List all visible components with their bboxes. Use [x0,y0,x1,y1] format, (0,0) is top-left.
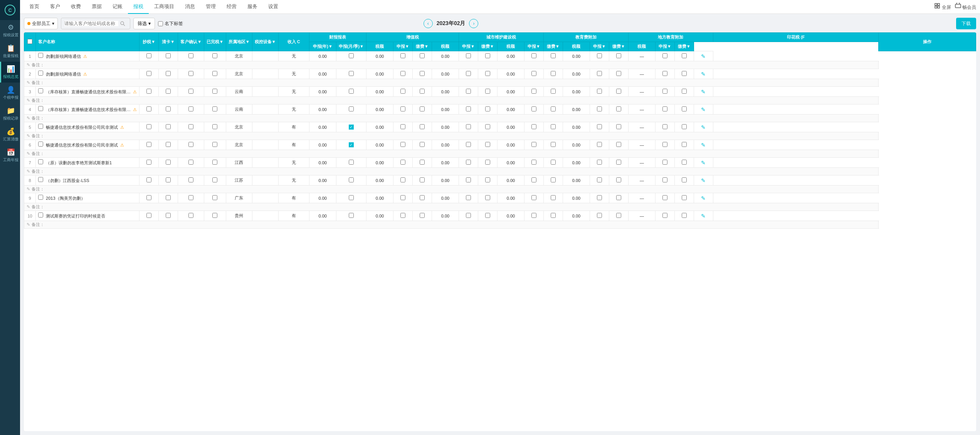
stamp-declare-cb-3[interactable] [662,106,667,111]
vat-pay-cb-5[interactable] [420,142,425,147]
col-cb-1-row-5[interactable] [166,142,171,147]
vat-pay-cb-4[interactable] [420,124,425,129]
city-pay-cb-4[interactable] [485,124,490,129]
vat-declare-cb-4[interactable] [400,124,405,129]
local-declare-cb-9[interactable] [597,213,602,218]
stamp-declare-cb-5[interactable] [662,142,667,147]
city-declare-cb-3[interactable] [466,106,471,111]
city-pay-cb-3[interactable] [485,106,490,111]
vat-pay-cb-3[interactable] [420,106,425,111]
local-declare-cb-4[interactable] [597,124,602,129]
col-cb-2-row-8[interactable] [188,195,193,200]
edu-pay-cb-6[interactable] [551,160,556,165]
edu-pay-cb-8[interactable] [551,195,556,200]
col-cb-2-row-4[interactable] [188,124,193,129]
col-cb-0-row-4[interactable] [146,124,151,129]
stamp-declare-cb-2[interactable] [662,89,667,94]
annual-cb-1[interactable] [349,71,354,76]
sub-vat-pay[interactable]: 缴费▼ [412,42,432,51]
city-declare-cb-6[interactable] [466,160,471,165]
col-cb-1-row-9[interactable] [166,213,171,218]
col-cb-2-row-7[interactable] [188,177,193,182]
stamp-declare-cb-4[interactable] [662,124,667,129]
col-cb-0-row-9[interactable] [146,213,151,218]
col-qingka-header[interactable]: 清卡▼ [159,33,178,51]
vat-declare-cb-3[interactable] [400,106,405,111]
col-cb-3-row-0[interactable] [212,53,217,58]
col-cb-3-row-6[interactable] [212,160,217,165]
edu-pay-cb-7[interactable] [551,177,556,182]
local-declare-cb-6[interactable] [597,160,602,165]
sub-edu-pay[interactable]: 缴费▼ [543,42,563,51]
local-pay-cb-7[interactable] [616,177,621,182]
city-pay-cb-7[interactable] [485,177,490,182]
edu-pay-cb-9[interactable] [551,213,556,218]
col-cb-2-row-1[interactable] [188,71,193,76]
col-cb-3-row-2[interactable] [212,89,217,94]
col-confirm-header[interactable]: 客户确认▼ [178,33,204,51]
next-month-button[interactable]: › [469,19,478,28]
nav-invoice[interactable]: 票据 [86,0,107,14]
nav-settings[interactable]: 设置 [263,0,284,14]
city-pay-cb-1[interactable] [485,71,490,76]
sidebar-item-summary[interactable]: 💰 汇算清缴 [0,124,20,145]
edit-icon-1[interactable]: ✎ [701,71,706,77]
vat-pay-cb-7[interactable] [420,177,425,182]
col-cb-3-row-5[interactable] [212,142,217,147]
vat-pay-cb-9[interactable] [420,213,425,218]
col-cb-1-row-3[interactable] [166,106,171,111]
vip-btn[interactable]: 畅会员 [955,3,976,11]
col-cb-1-row-4[interactable] [166,124,171,129]
row-checkbox-2[interactable] [38,88,43,93]
nav-message[interactable]: 消息 [180,0,200,14]
search-box[interactable] [61,18,130,29]
edu-pay-cb-2[interactable] [551,89,556,94]
annual-cb-9[interactable] [349,213,354,218]
row-checkbox-3[interactable] [38,106,43,111]
col-cb-0-row-1[interactable] [146,71,151,76]
col-cb-2-row-6[interactable] [188,160,193,165]
col-cb-0-row-7[interactable] [146,177,151,182]
edu-declare-cb-6[interactable] [531,160,536,165]
row-checkbox-4[interactable] [38,124,43,129]
local-pay-cb-8[interactable] [616,195,621,200]
vat-declare-cb-7[interactable] [400,177,405,182]
col-cb-0-row-6[interactable] [146,160,151,165]
edu-declare-cb-9[interactable] [531,213,536,218]
city-pay-cb-6[interactable] [485,160,490,165]
vat-pay-cb-0[interactable] [420,53,425,58]
col-cb-3-row-8[interactable] [212,195,217,200]
stamp-pay-cb-7[interactable] [682,177,687,182]
city-declare-cb-1[interactable] [466,71,471,76]
edu-pay-cb-5[interactable] [551,142,556,147]
row-checkbox-9[interactable] [38,212,43,218]
sidebar-item-tax-settings[interactable]: ⚙ 报税设置 [0,20,20,41]
col-cb-2-row-3[interactable] [188,106,193,111]
city-pay-cb-8[interactable] [485,195,490,200]
col-cb-0-row-3[interactable] [146,106,151,111]
edu-declare-cb-1[interactable] [531,71,536,76]
stamp-declare-cb-8[interactable] [662,195,667,200]
annual-cb-7[interactable] [349,177,354,182]
filter-button[interactable]: 筛选 ▾ [133,18,155,29]
city-pay-cb-5[interactable] [485,142,490,147]
sub-edu-declare[interactable]: 申报▼ [524,42,543,51]
local-declare-cb-5[interactable] [597,142,602,147]
col-paid-header[interactable]: 已完税▼ [204,33,226,51]
edu-declare-cb-0[interactable] [531,53,536,58]
row-checkbox-0[interactable] [38,53,43,58]
col-cb-3-row-1[interactable] [212,71,217,76]
annual-cb-2[interactable] [349,89,354,94]
stamp-declare-cb-7[interactable] [662,177,667,182]
local-pay-cb-3[interactable] [616,106,621,111]
col-cb-2-row-9[interactable] [188,213,193,218]
stamp-pay-cb-4[interactable] [682,124,687,129]
col-cb-1-row-6[interactable] [166,160,171,165]
edit-icon-3[interactable]: ✎ [701,106,706,113]
vat-declare-cb-1[interactable] [400,71,405,76]
col-cb-2-row-2[interactable] [188,89,193,94]
stamp-pay-cb-8[interactable] [682,195,687,200]
city-declare-cb-2[interactable] [466,89,471,94]
stamp-pay-cb-6[interactable] [682,160,687,165]
sub-stamp-declare[interactable]: 申报▼ [655,42,674,51]
